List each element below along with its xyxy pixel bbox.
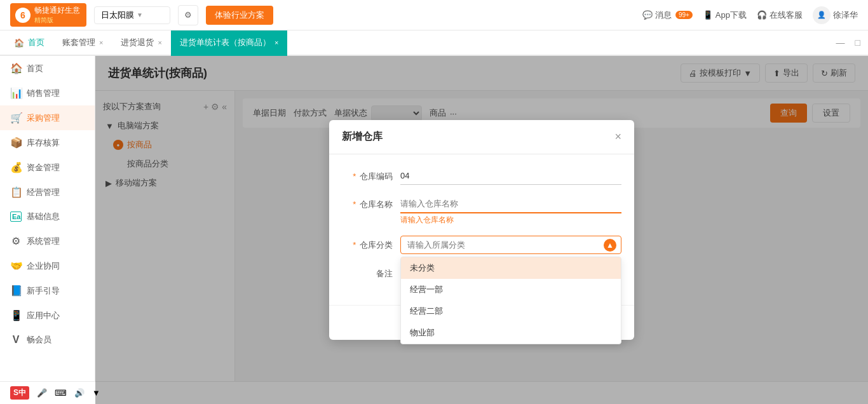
home-icon: 🏠 <box>10 62 22 74</box>
sidebar-item-sales[interactable]: 📊 销售管理 <box>0 81 95 105</box>
header-right: 💬 消息 99+ 📱 App下载 🎧 在线客服 👤 徐泽华 <box>642 6 858 24</box>
tab-purchase-return-label: 进货退货 <box>121 37 154 48</box>
required-star-3: * <box>353 240 356 250</box>
bottom-logo: S中 <box>10 386 29 400</box>
sidebar-home-label: 首页 <box>27 63 43 74</box>
tab-accounts-close[interactable]: × <box>99 39 103 46</box>
sidebar-item-appcenter[interactable]: 📱 应用中心 <box>0 303 95 328</box>
volume-icon[interactable]: 🔊 <box>74 388 85 398</box>
name-input[interactable] <box>400 195 621 213</box>
headset-icon: 🎧 <box>757 10 767 20</box>
experience-button[interactable]: 体验行业方案 <box>206 6 273 25</box>
tab-purchase-stats-close[interactable]: × <box>275 39 278 46</box>
messages-item[interactable]: 💬 消息 99+ <box>642 10 693 21</box>
operations-icon: 📋 <box>10 186 22 198</box>
required-star: * <box>353 172 356 181</box>
required-star-2: * <box>353 199 356 209</box>
store-selector[interactable]: 日太阳膜 ▼ <box>94 6 170 24</box>
dropdown-item-dept2[interactable]: 经营二部 <box>401 300 621 322</box>
tab-home[interactable]: 🏠 首页 <box>5 30 53 56</box>
online-service-item[interactable]: 🎧 在线客服 <box>757 10 803 21</box>
gear-icon: ⚙ <box>184 10 192 20</box>
dropdown-item-dept1[interactable]: 经营一部 <box>401 279 621 300</box>
category-dropdown: 未分类 经营一部 经营二部 物业部 <box>400 257 621 344</box>
avatar: 👤 <box>813 6 831 24</box>
tab-maximize-btn[interactable]: □ <box>853 35 863 50</box>
code-input[interactable] <box>400 167 621 185</box>
sidebar-inventory-label: 库存核算 <box>27 137 60 149</box>
purchase-icon: 🛒 <box>10 112 22 124</box>
name-error-msg: 请输入仓库名称 <box>400 215 621 226</box>
sidebar: 🏠 首页 📊 销售管理 🛒 采购管理 📦 库存核算 💰 资金管理 📋 经营管理 … <box>0 56 95 404</box>
mic-icon[interactable]: 🎤 <box>37 388 47 398</box>
sidebar-enterprise-label: 企业协同 <box>27 260 60 272</box>
main-layout: 🏠 首页 📊 销售管理 🛒 采购管理 📦 库存核算 💰 资金管理 📋 经营管理 … <box>0 56 868 404</box>
phone-icon: 📱 <box>703 10 713 20</box>
sidebar-purchase-label: 采购管理 <box>27 112 60 124</box>
app-download-item[interactable]: 📱 App下载 <box>703 10 747 21</box>
logo-icon: 6 <box>15 8 31 23</box>
sidebar-item-finance[interactable]: 💰 资金管理 <box>0 155 95 180</box>
sidebar-item-enterprise[interactable]: 🤝 企业协同 <box>0 253 95 278</box>
sidebar-basics-label: 基础信息 <box>27 211 60 222</box>
modal-body: * 仓库编码 * 仓库名称 <box>329 154 634 305</box>
tab-bar-actions: — □ <box>834 35 863 50</box>
category-toggle-btn[interactable]: ▲ <box>604 239 616 252</box>
category-form-row: * 仓库分类 ▲ 未分类 经营一部 经营二部 物业部 <box>342 236 621 254</box>
user-name: 徐泽华 <box>833 10 858 21</box>
sidebar-item-system[interactable]: ⚙ 系统管理 <box>0 229 95 253</box>
sidebar-member-label: 畅会员 <box>27 334 51 346</box>
logo[interactable]: 6 畅捷通好生意 精简版 <box>10 3 86 27</box>
sidebar-item-basics[interactable]: Ea 基础信息 <box>0 205 95 229</box>
tab-home-label: 首页 <box>28 37 44 48</box>
tab-purchase-return-close[interactable]: × <box>158 39 161 46</box>
category-input[interactable] <box>400 236 621 254</box>
tab-purchase-stats[interactable]: 进货单统计表（按商品） × <box>171 30 287 56</box>
user-item[interactable]: 👤 徐泽华 <box>813 6 858 24</box>
store-name: 日太阳膜 <box>101 10 134 21</box>
sidebar-item-newbie[interactable]: 📘 新手引导 <box>0 278 95 303</box>
system-icon: ⚙ <box>10 235 22 247</box>
basics-icon: Ea <box>10 212 22 222</box>
messages-badge: 99+ <box>675 11 693 19</box>
sidebar-newbie-label: 新手引导 <box>27 285 60 297</box>
sidebar-system-label: 系统管理 <box>27 236 60 247</box>
tab-purchase-stats-label: 进货单统计表（按商品） <box>180 37 271 48</box>
inventory-icon: 📦 <box>10 137 22 149</box>
code-label: * 仓库编码 <box>342 167 393 182</box>
sidebar-item-operations[interactable]: 📋 经营管理 <box>0 180 95 205</box>
page-content: 进货单统计(按商品) 🖨 按模板打印 ▼ ⬆ 导出 ↻ 刷新 <box>95 56 868 404</box>
home-icon: 🏠 <box>14 38 24 48</box>
sidebar-finance-label: 资金管理 <box>27 162 60 173</box>
sales-icon: 📊 <box>10 87 22 99</box>
messages-label: 消息 <box>655 10 672 21</box>
finance-icon: 💰 <box>10 161 22 173</box>
tab-accounts[interactable]: 账套管理 × <box>53 30 112 56</box>
code-field <box>400 167 621 185</box>
code-form-row: * 仓库编码 <box>342 167 621 185</box>
sidebar-item-member[interactable]: V 畅会员 <box>0 328 95 352</box>
name-form-row: * 仓库名称 请输入仓库名称 <box>342 195 621 226</box>
dropdown-item-unclassified[interactable]: 未分类 <box>401 257 621 279</box>
newbie-icon: 📘 <box>10 285 22 297</box>
sidebar-sales-label: 销售管理 <box>27 88 60 99</box>
new-warehouse-modal: 新增仓库 × * 仓库编码 <box>329 120 634 340</box>
sidebar-operations-label: 经营管理 <box>27 187 60 198</box>
sidebar-item-inventory[interactable]: 📦 库存核算 <box>0 130 95 155</box>
sidebar-item-purchase[interactable]: 🛒 采购管理 <box>0 105 95 130</box>
dropdown-item-dept3[interactable]: 物业部 <box>401 322 621 344</box>
category-label: * 仓库分类 <box>342 236 393 251</box>
sidebar-appcenter-label: 应用中心 <box>27 310 60 321</box>
sidebar-item-home[interactable]: 🏠 首页 <box>0 56 95 81</box>
tab-purchase-return[interactable]: 进货退货 × <box>112 30 170 56</box>
keyboard-icon[interactable]: ⌨ <box>55 388 67 398</box>
remark-label: 备注 <box>342 264 393 279</box>
tab-minimize-btn[interactable]: — <box>834 35 848 50</box>
tab-accounts-label: 账套管理 <box>62 37 95 48</box>
settings-button[interactable]: ⚙ <box>178 5 198 25</box>
name-field: 请输入仓库名称 <box>400 195 621 226</box>
modal-header: 新增仓库 × <box>329 120 634 154</box>
modal-close-button[interactable]: × <box>614 130 621 144</box>
logo-text: 畅捷通好生意 精简版 <box>34 6 80 24</box>
appcenter-icon: 📱 <box>10 309 22 321</box>
